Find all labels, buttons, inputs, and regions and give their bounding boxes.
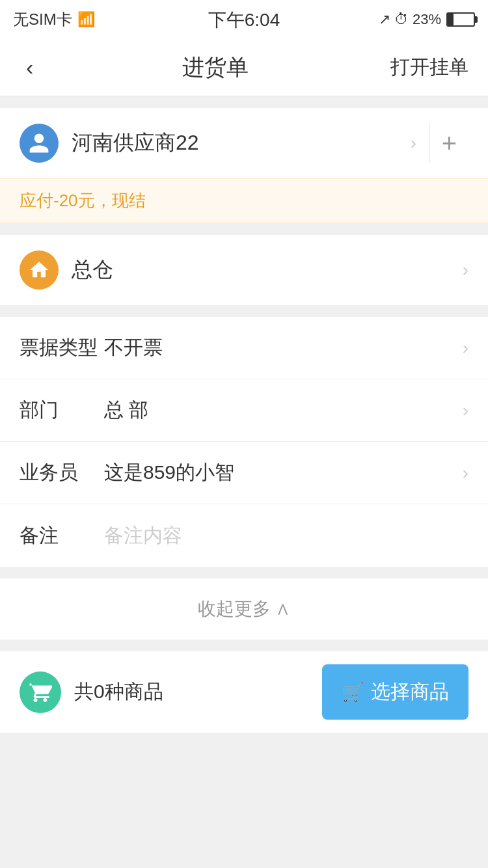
- warehouse-name: 总仓: [72, 256, 463, 284]
- supplier-chevron-icon: ›: [411, 133, 416, 154]
- status-left: 无SIM卡 📶: [13, 9, 95, 30]
- invoice-value: 不开票: [104, 334, 463, 361]
- sales-chevron-icon: ›: [463, 463, 468, 483]
- carrier-text: 无SIM卡: [13, 9, 72, 30]
- sales-label: 业务员: [20, 459, 104, 486]
- remark-input[interactable]: 备注内容: [104, 522, 468, 549]
- notice-text: 应付-20元，现结: [20, 191, 146, 210]
- select-btn-icon: 🛒: [342, 681, 364, 703]
- location-icon: ↗: [379, 11, 390, 28]
- alarm-icon: ⏱: [394, 11, 409, 28]
- supplier-row[interactable]: 河南供应商22 › +: [0, 108, 488, 178]
- wifi-icon: 📶: [77, 11, 95, 28]
- battery-icon: [446, 12, 475, 27]
- supplier-avatar: [20, 124, 59, 163]
- supplier-name: 河南供应商22: [72, 129, 411, 157]
- back-button[interactable]: ‹: [20, 48, 40, 87]
- nav-bar: ‹ 进货单 打开挂单: [0, 39, 488, 96]
- supplier-section: 河南供应商22 › + 应付-20元，现结: [0, 108, 488, 223]
- product-icon: [20, 671, 61, 713]
- select-btn-label: 选择商品: [371, 679, 449, 705]
- department-row[interactable]: 部门 总 部 ›: [0, 379, 488, 442]
- dept-value: 总 部: [104, 397, 463, 424]
- invoice-label: 票据类型: [20, 334, 104, 361]
- product-count: 共0种商品: [74, 679, 309, 705]
- dept-label: 部门: [20, 397, 104, 424]
- select-product-button[interactable]: 🛒 选择商品: [322, 664, 468, 720]
- bottom-bar: 共0种商品 🛒 选择商品: [0, 651, 488, 733]
- sales-row[interactable]: 业务员 这是859的小智 ›: [0, 442, 488, 504]
- add-supplier-button[interactable]: +: [429, 124, 468, 163]
- form-section: 票据类型 不开票 › 部门 总 部 › 业务员 这是859的小智 › 备注 备注…: [0, 317, 488, 567]
- status-bar: 无SIM卡 📶 下午6:04 ↗ ⏱ 23%: [0, 0, 488, 39]
- status-time: 下午6:04: [208, 8, 280, 33]
- collapse-label: 收起更多 ∧: [198, 597, 291, 621]
- page-title: 进货单: [182, 53, 249, 83]
- status-right: ↗ ⏱ 23%: [379, 11, 475, 28]
- battery-text: 23%: [413, 11, 441, 28]
- remark-label: 备注: [20, 522, 104, 549]
- warehouse-chevron-icon: ›: [463, 260, 468, 280]
- gap-1: [0, 96, 488, 108]
- cart-icon: [29, 681, 52, 704]
- dept-chevron-icon: ›: [463, 400, 468, 421]
- invoice-type-row[interactable]: 票据类型 不开票 ›: [0, 317, 488, 379]
- notice-banner: 应付-20元，现结: [0, 178, 488, 223]
- gray-area: [0, 733, 488, 868]
- warehouse-section: 总仓 ›: [0, 235, 488, 305]
- warehouse-row[interactable]: 总仓 ›: [0, 235, 488, 305]
- remark-row[interactable]: 备注 备注内容: [0, 504, 488, 567]
- warehouse-icon: [20, 251, 59, 290]
- sales-value: 这是859的小智: [104, 459, 463, 486]
- house-icon: [28, 259, 50, 281]
- open-pending-button[interactable]: 打开挂单: [390, 54, 468, 81]
- invoice-chevron-icon: ›: [463, 338, 468, 359]
- user-icon: [27, 131, 51, 155]
- collapse-row[interactable]: 收起更多 ∧: [0, 578, 488, 640]
